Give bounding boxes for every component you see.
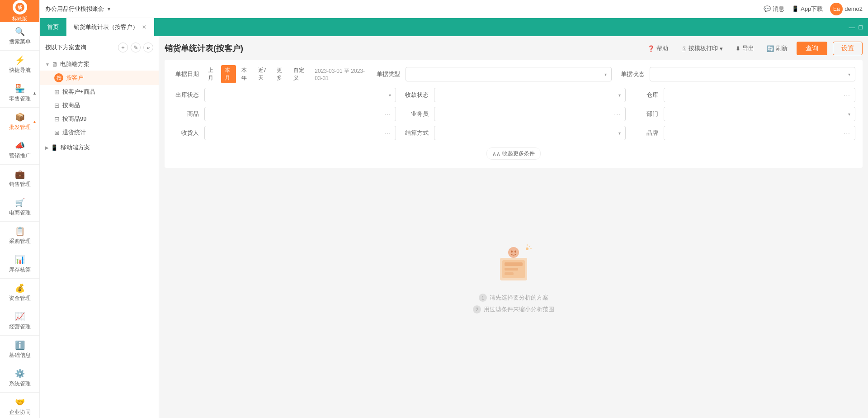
sidebar-basic-label: 基础信息 <box>9 352 31 359</box>
print-icon: 🖨 <box>681 45 687 52</box>
sidebar-item-finance[interactable]: 💰 资金管理 <box>0 279 39 307</box>
purchase-icon: 📋 <box>15 226 25 236</box>
page-title-bar: 销货单统计表(按客户) ❓ 帮助 🖨 按模板打印 ▾ ⬇ 导出 <box>165 42 863 55</box>
salesperson-dots: ··· <box>614 110 621 118</box>
sidebar-item-ecommerce[interactable]: 🛒 电商管理 <box>0 193 39 222</box>
sidebar-item-system[interactable]: ⚙️ 系统管理 <box>0 364 39 393</box>
mobile-scheme-title[interactable]: ▶ 📱 移动端方案 <box>40 141 159 154</box>
help-btn[interactable]: ❓ 帮助 <box>644 43 672 54</box>
sidebar-item-coop[interactable]: 🤝 企业协同 <box>0 393 39 418</box>
message-btn[interactable]: 💬 消息 <box>764 5 784 13</box>
query-btn[interactable]: 查询 <box>797 42 827 55</box>
payment-field[interactable]: ▾ <box>434 88 626 102</box>
brand-field[interactable]: ··· <box>664 126 855 140</box>
workspace-dropdown[interactable]: ▾ <box>108 6 110 12</box>
hint-num-1: 1 <box>479 294 487 302</box>
mobile-collapse-arrow-icon: ▶ <box>45 145 49 150</box>
page-actions: ❓ 帮助 🖨 按模板打印 ▾ ⬇ 导出 🔄 刷新 <box>644 42 863 55</box>
delivery-field[interactable]: ▾ <box>204 88 396 102</box>
left-panel-header: 按以下方案查询 + ✎ « <box>40 40 159 55</box>
search-icon: 🔍 <box>15 27 25 37</box>
doc-status-arrow-icon: ▾ <box>848 72 850 77</box>
settlement-label: 结算方式 <box>401 129 429 137</box>
scheme-icon-cp: ⊞ <box>54 88 60 95</box>
user-menu[interactable]: Ea demo2 <box>830 3 863 15</box>
sidebar-quick-nav[interactable]: ⚡ 快捷导航 <box>0 51 39 79</box>
product-field[interactable]: ··· <box>204 107 396 121</box>
active-scheme-indicator: 按 <box>54 73 63 82</box>
sidebar-item-inventory[interactable]: 📊 库存核算 <box>0 250 39 279</box>
sidebar-item-wholesale[interactable]: 📦 批发管理 <box>0 108 39 136</box>
date-tab-this-month[interactable]: 本月 <box>221 65 236 83</box>
operations-icon: 📈 <box>15 312 25 322</box>
date-tab-this-year[interactable]: 本年 <box>238 65 253 83</box>
edit-scheme-btn[interactable]: ✎ <box>131 43 141 52</box>
date-tab-last-month[interactable]: 上月 <box>204 65 219 83</box>
tab-sales-stat[interactable]: 销货单统计表（按客户） ✕ <box>66 18 154 36</box>
filter-row-2: 出库状态 ▾ 收款状态 ▾ 仓库 ··· <box>172 88 855 102</box>
window-minimize-btn[interactable]: — <box>849 24 855 31</box>
sidebar-item-retail[interactable]: 🏪 零售管理 <box>0 79 39 108</box>
sidebar-system-label: 系统管理 <box>9 380 31 388</box>
app-download-btn[interactable]: 📱 App下载 <box>792 5 823 13</box>
settings-btn[interactable]: 设置 <box>833 42 863 55</box>
collapse-bar: ∧∧ 收起更多条件 <box>172 145 855 162</box>
tabbar: 首页 销货单统计表（按客户） ✕ — □ <box>40 18 868 36</box>
help-label: 帮助 <box>656 44 668 52</box>
filter-row-4: 收货人 ··· 结算方式 ▾ 品牌 ··· <box>172 126 855 140</box>
export-btn[interactable]: ⬇ 导出 <box>732 43 758 54</box>
tab-home[interactable]: 首页 <box>40 18 66 36</box>
page-title: 销货单统计表(按客户) <box>165 43 243 54</box>
payment-label: 收款状态 <box>401 91 429 99</box>
empty-illustration <box>486 240 541 294</box>
desktop-scheme-title[interactable]: ▼ 🖥 电脑端方案 <box>40 58 159 71</box>
scheme-by-customer-product[interactable]: ⊞ 按客户+商品 <box>40 85 159 99</box>
date-tab-more[interactable]: 更多 <box>273 65 288 83</box>
sidebar-search-label: 搜索菜单 <box>9 38 31 46</box>
sidebar-item-purchase[interactable]: 📋 采购管理 <box>0 222 39 250</box>
doc-type-arrow-icon: ▾ <box>604 72 607 77</box>
sidebar-item-basic[interactable]: ℹ️ 基础信息 <box>0 336 39 364</box>
date-tab-7days[interactable]: 近7天 <box>255 65 272 83</box>
doc-type-field[interactable]: ▾ <box>406 67 611 81</box>
collapse-filters-btn[interactable]: ∧∧ 收起更多条件 <box>486 147 541 160</box>
scheme-by-product[interactable]: ⊟ 按商品 <box>40 99 159 112</box>
svg-rect-4 <box>505 262 523 266</box>
template-print-btn[interactable]: 🖨 按模板打印 ▾ <box>677 43 726 54</box>
dept-arrow-icon: ▾ <box>848 112 850 117</box>
receiver-field[interactable]: ··· <box>204 126 396 140</box>
basic-icon: ℹ️ <box>15 340 25 350</box>
settlement-field[interactable]: ▾ <box>434 126 626 140</box>
mobile-folder-icon: 📱 <box>51 144 58 151</box>
empty-hint-1: 1 请先选择要分析的方案 <box>479 294 548 302</box>
scheme-by-product99[interactable]: ⊟ 按商品99 <box>40 112 159 126</box>
sidebar-ecommerce-label: 电商管理 <box>9 209 31 217</box>
tab-close-icon[interactable]: ✕ <box>142 24 146 30</box>
warehouse-field[interactable]: ··· <box>664 88 855 102</box>
payment-arrow-icon: ▾ <box>618 93 621 98</box>
desktop-scheme-label: 电脑端方案 <box>60 60 90 68</box>
sidebar-search[interactable]: 🔍 搜索菜单 <box>0 22 39 51</box>
doc-status-field[interactable]: ▾ <box>650 67 855 81</box>
scheme-return-stat[interactable]: ⊠ 退货统计 <box>40 126 159 139</box>
dept-field[interactable]: ▾ <box>664 107 855 121</box>
settings-label: 设置 <box>841 44 854 52</box>
refresh-btn[interactable]: 🔄 刷新 <box>763 43 791 54</box>
svg-point-7 <box>508 247 519 258</box>
mobile-schemes: ▶ 📱 移动端方案 <box>40 141 159 154</box>
add-scheme-btn[interactable]: + <box>118 43 128 52</box>
sidebar-item-operations[interactable]: 📈 经营管理 <box>0 307 39 336</box>
download-icon: 📱 <box>792 5 799 12</box>
window-maximize-btn[interactable]: □ <box>859 24 863 31</box>
svg-text:畅: 畅 <box>18 5 22 10</box>
right-content: 销货单统计表(按客户) ❓ 帮助 🖨 按模板打印 ▾ ⬇ 导出 <box>159 36 868 418</box>
sidebar-item-sales-mgmt[interactable]: 💼 销售管理 <box>0 165 39 193</box>
salesperson-field[interactable]: ··· <box>434 107 626 121</box>
scheme-by-customer[interactable]: 按 按客户 <box>40 71 159 85</box>
sidebar-sales-label: 销售管理 <box>9 180 31 188</box>
sidebar-item-marketing[interactable]: 📣 营销推广 <box>0 136 39 165</box>
collapse-panel-btn[interactable]: « <box>143 43 153 52</box>
date-tab-custom[interactable]: 自定义 <box>290 65 308 83</box>
date-range: 2023-03-01 至 2023-03-31 <box>315 67 368 81</box>
app-logo[interactable]: 畅 标账版 <box>0 0 40 22</box>
